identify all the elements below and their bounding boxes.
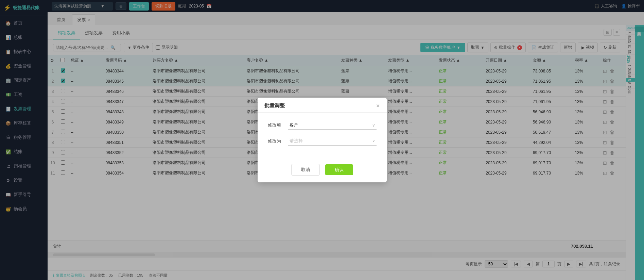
field-dropdown-icon: ∨ xyxy=(372,123,375,128)
value-placeholder: 请选择 xyxy=(290,138,303,144)
form-row-field: 修改项 客户 ∨ xyxy=(268,121,377,130)
cancel-modal-btn[interactable]: 取消 xyxy=(291,164,320,176)
modal-body: 修改项 客户 ∨ 修改为 请选择 ∨ xyxy=(258,113,387,161)
modal-header: 批量调整 × xyxy=(258,98,387,113)
value-label: 修改为 xyxy=(268,138,288,144)
value-select[interactable]: 请选择 ∨ xyxy=(288,136,377,146)
confirm-modal-btn[interactable]: 确认 xyxy=(325,164,353,175)
modal-close-btn[interactable]: × xyxy=(376,103,380,109)
modal-footer: 取消 确认 xyxy=(258,161,387,182)
batch-adjust-modal: 批量调整 × 修改项 客户 ∨ 修改为 请选择 ∨ 取消 确认 xyxy=(258,98,387,182)
field-label: 修改项 xyxy=(268,122,288,128)
value-dropdown-icon: ∨ xyxy=(372,138,375,143)
field-value: 客户 xyxy=(290,122,298,128)
field-select[interactable]: 客户 ∨ xyxy=(288,121,377,130)
form-row-value: 修改为 请选择 ∨ xyxy=(268,136,377,146)
modal-title: 批量调整 xyxy=(264,102,285,109)
modal-overlay: 批量调整 × 修改项 客户 ∨ 修改为 请选择 ∨ 取消 确认 xyxy=(0,0,644,280)
